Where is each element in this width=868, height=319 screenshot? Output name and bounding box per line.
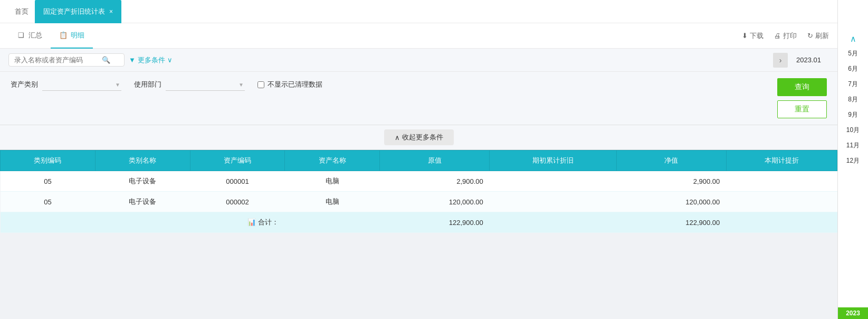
top-nav: 首页 固定资产折旧统计表 × ✕ (0, 0, 837, 23)
cell-asset-code: 000002 (190, 192, 285, 212)
month-item[interactable]: 6月 (846, 61, 860, 77)
toolbar-right: ⬇ 下载 🖨 打印 ↻ 刷新 (742, 31, 829, 41)
year-badge: 2023 (838, 307, 868, 319)
arrow-right-icon: › (779, 56, 782, 64)
print-button[interactable]: 🖨 打印 (774, 31, 797, 41)
collapse-row: ∧ 收起更多条件 (0, 125, 837, 150)
tab-close-button[interactable]: × (109, 8, 113, 15)
more-conditions-label: 更多条件 (138, 55, 165, 65)
chevron-up-icon: ∧ (395, 134, 400, 142)
month-item[interactable]: 7月 (846, 77, 860, 92)
detail-icon: 📋 (59, 31, 68, 40)
search-input[interactable] (14, 56, 99, 64)
month-nav-up[interactable]: ∧ (850, 32, 856, 46)
tab-detail[interactable]: 📋 明细 (51, 23, 93, 49)
table-row: 05 电子设备 000002 电脑 120,000.00 120,000.00 (1, 192, 837, 212)
total-label: 📊 合计： (95, 212, 285, 233)
asset-category-select[interactable] (42, 78, 121, 91)
total-icon-cell (1, 212, 96, 233)
total-empty (285, 212, 380, 233)
use-department-field: 使用部门 ▼ (134, 78, 245, 91)
hide-cleared-group: 不显示已清理数据 (257, 80, 322, 89)
print-label: 打印 (783, 31, 797, 41)
cell-asset-name: 电脑 (285, 171, 380, 192)
month-item[interactable]: 12月 (846, 153, 860, 168)
layers-icon: ❑ (17, 31, 25, 40)
cell-category-name: 电子设备 (95, 171, 190, 192)
toolbar: ❑ 汇总 📋 明细 ⬇ 下载 🖨 打印 ↻ 刷新 (0, 23, 837, 49)
tab-detail-label: 明细 (71, 31, 84, 40)
cell-current-depr (726, 171, 837, 192)
home-tab[interactable]: 首页 (8, 7, 35, 16)
more-conditions-button[interactable]: ▼ 更多条件 ∨ (129, 55, 173, 65)
table-header-row: 类别编码 类别名称 资产编码 资产名称 原值 期初累计折旧 净值 本期计提折 (1, 151, 837, 171)
use-department-select-wrapper: ▼ (166, 78, 245, 91)
asset-category-field: 资产类别 ▼ (11, 78, 121, 91)
cell-accum-depr (490, 171, 617, 192)
asset-category-select-wrapper: ▼ (42, 78, 121, 91)
cell-category-code: 05 (1, 171, 96, 192)
tab-summary[interactable]: ❑ 汇总 (8, 23, 51, 49)
reset-button[interactable]: 重置 (777, 100, 827, 118)
filter-icon: ▼ (129, 56, 136, 64)
collapse-button[interactable]: ∧ 收起更多条件 (384, 129, 454, 145)
col-original-value: 原值 (380, 151, 490, 171)
month-item[interactable]: 5月 (846, 46, 860, 61)
month-item[interactable]: 10月 (846, 123, 860, 138)
cell-original-value: 120,000.00 (380, 192, 490, 212)
use-department-label: 使用部门 (134, 80, 161, 89)
cell-net-value: 120,000.00 (616, 192, 726, 212)
filter-fields: 资产类别 ▼ 使用部门 ▼ (11, 78, 777, 91)
active-tab: 固定资产折旧统计表 × (35, 0, 121, 23)
search-box: 🔍 (8, 53, 125, 67)
panel-collapse-arrow[interactable]: › (773, 53, 788, 68)
col-net-value: 净值 (616, 151, 726, 171)
tab-title: 固定资产折旧统计表 (43, 7, 105, 16)
cell-category-name: 电子设备 (95, 192, 190, 212)
month-item[interactable]: 11月 (846, 138, 860, 153)
cell-asset-name: 电脑 (285, 192, 380, 212)
date-display: 2023.01 (792, 56, 829, 64)
filter-bar: 🔍 ▼ 更多条件 ∨ › 2023.01 (0, 49, 837, 72)
query-button[interactable]: 查询 (777, 78, 827, 96)
col-current-depr: 本期计提折 (726, 151, 837, 171)
data-table-wrapper: 类别编码 类别名称 资产编码 资产名称 原值 期初累计折旧 净值 本期计提折 0… (0, 150, 837, 319)
download-label: 下载 (750, 31, 764, 41)
table-row: 05 电子设备 000001 电脑 2,900.00 2,900.00 (1, 171, 837, 192)
col-accum-depr: 期初累计折旧 (490, 151, 617, 171)
filter-actions: 查询 重置 (777, 78, 827, 118)
col-category-name: 类别名称 (95, 151, 190, 171)
search-icon[interactable]: 🔍 (102, 56, 110, 64)
hide-cleared-label: 不显示已清理数据 (268, 80, 322, 89)
download-button[interactable]: ⬇ 下载 (742, 31, 764, 41)
collapse-label: 收起更多条件 (402, 133, 443, 142)
total-original-value: 122,900.00 (380, 212, 490, 233)
total-row: 📊 合计： 122,900.00 122,900.00 (1, 212, 837, 233)
use-department-select[interactable] (166, 78, 245, 91)
cell-original-value: 2,900.00 (380, 171, 490, 192)
col-category-code: 类别编码 (1, 151, 96, 171)
total-accum-depr (490, 212, 617, 233)
right-month-panel: ∧ 5月6月7月8月9月10月11月12月 2023 (837, 0, 868, 319)
col-asset-name: 资产名称 (285, 151, 380, 171)
month-item[interactable]: 8月 (846, 92, 860, 107)
month-item[interactable]: 9月 (846, 107, 860, 123)
download-icon: ⬇ (742, 32, 748, 40)
refresh-label: 刷新 (815, 31, 829, 41)
cell-current-depr (726, 192, 837, 212)
hide-cleared-checkbox[interactable] (257, 81, 264, 88)
print-icon: 🖨 (774, 32, 781, 40)
cell-net-value: 2,900.00 (616, 171, 726, 192)
refresh-button[interactable]: ↻ 刷新 (807, 31, 829, 41)
chevron-down-icon: ∨ (167, 56, 173, 64)
total-current-depr (726, 212, 837, 233)
cell-accum-depr (490, 192, 617, 212)
advanced-filter: 资产类别 ▼ 使用部门 ▼ (0, 72, 837, 125)
tab-summary-label: 汇总 (28, 31, 42, 40)
total-net-value: 122,900.00 (616, 212, 726, 233)
asset-category-label: 资产类别 (11, 80, 38, 89)
col-asset-code: 资产编码 (190, 151, 285, 171)
data-table: 类别编码 类别名称 资产编码 资产名称 原值 期初累计折旧 净值 本期计提折 0… (0, 150, 837, 233)
cell-category-code: 05 (1, 192, 96, 212)
refresh-icon: ↻ (807, 32, 813, 40)
